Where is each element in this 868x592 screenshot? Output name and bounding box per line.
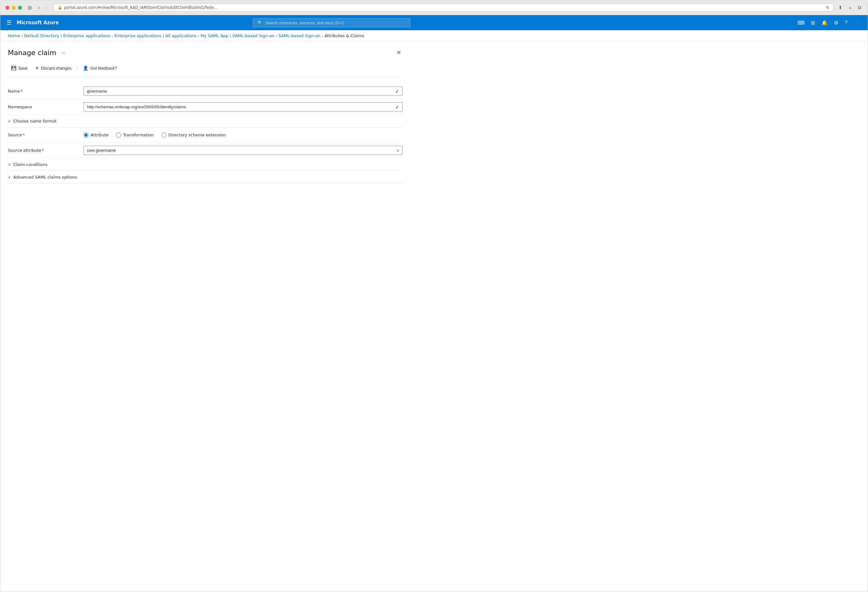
- address-bar[interactable]: 🔒 portal.azure.com/#view/Microsoft_AAD_I…: [53, 3, 834, 12]
- source-radio-group: Attribute Transformation Directory schem…: [84, 133, 403, 138]
- azure-logo: Microsoft Azure: [17, 20, 59, 25]
- toolbar: 💾 Save ✕ Discard changes 👤 Got feedback?: [8, 63, 403, 77]
- source-row: Source * Attribute Transformation: [8, 128, 403, 143]
- browser-navigation: ⊞ ‹ ›: [26, 4, 50, 11]
- settings-button[interactable]: ⚙: [831, 17, 841, 28]
- back-button[interactable]: ‹: [36, 4, 41, 11]
- extensions-button[interactable]: ⧉: [857, 3, 863, 12]
- breadcrumb-saml-app[interactable]: My SAML App | SAML-based Sign-on: [201, 33, 274, 38]
- search-input[interactable]: [265, 21, 406, 25]
- breadcrumb-sep-2: ›: [112, 34, 113, 38]
- advanced-saml-chevron: ∨: [8, 175, 11, 180]
- choose-name-format-label: Choose name format: [13, 119, 57, 124]
- panel-header: Manage claim ··· ✕: [8, 48, 403, 57]
- notifications-button[interactable]: 🔔: [819, 17, 830, 28]
- source-directory-option[interactable]: Directory schema extension: [161, 133, 226, 138]
- more-options-button[interactable]: ···: [59, 49, 68, 57]
- claim-conditions-label: Claim conditions: [13, 162, 47, 167]
- source-attribute-select[interactable]: user.givenname user.surname user.userpri…: [84, 146, 403, 155]
- discard-icon: ✕: [35, 65, 39, 71]
- source-transformation-radio[interactable]: [116, 133, 121, 138]
- source-attribute-radio[interactable]: [84, 133, 89, 138]
- name-label: Name *: [8, 89, 84, 94]
- lock-icon: 🔒: [58, 5, 62, 10]
- page-title: Manage claim: [8, 49, 56, 57]
- namespace-input[interactable]: [84, 102, 403, 112]
- close-panel-button[interactable]: ✕: [395, 48, 403, 57]
- source-directory-radio[interactable]: [161, 133, 167, 138]
- traffic-lights: [5, 6, 22, 10]
- hamburger-menu-button[interactable]: ☰: [5, 18, 13, 27]
- maximize-traffic-light[interactable]: [18, 6, 22, 10]
- choose-name-format-chevron: ∨: [8, 119, 11, 124]
- name-required-indicator: *: [21, 89, 23, 94]
- panel-title-row: Manage claim ···: [8, 49, 68, 57]
- manage-claim-panel: Manage claim ··· ✕ 💾 Save ✕ Discard chan…: [0, 41, 410, 190]
- discard-button[interactable]: ✕ Discard changes: [32, 63, 75, 72]
- minimize-traffic-light[interactable]: [12, 6, 16, 10]
- namespace-input-container: ✓: [84, 102, 403, 112]
- namespace-label: Namespace: [8, 105, 84, 109]
- feedback-label: Got feedback?: [90, 66, 117, 71]
- breadcrumb-saml-sign-on[interactable]: SAML-based Sign-on: [278, 33, 320, 38]
- source-attribute-row: Source attribute * user.givenname user.s…: [8, 143, 403, 158]
- cloud-shell-button[interactable]: ⌨: [795, 17, 807, 28]
- main-content: Manage claim ··· ✕ 💾 Save ✕ Discard chan…: [0, 41, 868, 592]
- claim-conditions-row[interactable]: ∨ Claim conditions: [8, 158, 403, 171]
- feedback-button[interactable]: 👤 Got feedback?: [80, 63, 120, 72]
- source-attribute-field-wrapper: user.givenname user.surname user.userpri…: [84, 146, 403, 155]
- share-button[interactable]: ⬆: [837, 3, 844, 12]
- form-section: Name * ✓ Namespace: [8, 84, 403, 184]
- directory-button[interactable]: ⊞: [809, 17, 818, 28]
- discard-label: Discard changes: [41, 66, 72, 71]
- sidebar-toggle-button[interactable]: ⊞: [26, 4, 34, 11]
- name-field-wrapper: ✓: [84, 87, 403, 96]
- help-button[interactable]: ?: [842, 17, 850, 28]
- namespace-check-icon: ✓: [395, 104, 399, 110]
- source-attribute-option[interactable]: Attribute: [84, 133, 108, 138]
- source-transformation-option[interactable]: Transformation: [116, 133, 154, 138]
- refresh-icon[interactable]: ↻: [826, 5, 829, 10]
- source-attribute-select-wrapper: user.givenname user.surname user.userpri…: [84, 146, 403, 155]
- account-button[interactable]: 👤: [851, 17, 863, 28]
- breadcrumb-sep-4: ›: [276, 34, 278, 38]
- forward-button[interactable]: ›: [44, 4, 49, 11]
- topbar-icons: ⌨ ⊞ 🔔 ⚙ ? 👤: [795, 17, 863, 28]
- source-attribute-label: Source attribute *: [8, 148, 84, 153]
- breadcrumb-current: Attributes & Claims: [324, 33, 364, 38]
- breadcrumb-sep-3: ›: [198, 34, 199, 38]
- namespace-row: Namespace ✓: [8, 99, 403, 115]
- breadcrumb-sep-1: ›: [21, 34, 23, 38]
- name-check-icon: ✓: [395, 88, 399, 94]
- name-input[interactable]: [84, 87, 403, 96]
- browser-titlebar: ⊞ ‹ › 🔒 portal.azure.com/#view/Microsoft…: [0, 0, 868, 15]
- breadcrumb-default-directory[interactable]: Default Directory | Enterprise applicati…: [24, 33, 110, 38]
- url-text: portal.azure.com/#view/Microsoft_AAD_IAM…: [64, 5, 217, 10]
- breadcrumb: Home › Default Directory | Enterprise ap…: [0, 30, 868, 41]
- source-attribute-label: Attribute: [90, 133, 108, 137]
- breadcrumb-home[interactable]: Home: [8, 33, 20, 38]
- source-options: Attribute Transformation Directory schem…: [84, 133, 403, 138]
- toolbar-separator: [77, 65, 77, 71]
- source-label: Source *: [8, 133, 84, 137]
- advanced-saml-row[interactable]: ∨ Advanced SAML claims options: [8, 171, 403, 184]
- new-tab-button[interactable]: +: [847, 4, 853, 12]
- name-input-container: ✓: [84, 87, 403, 96]
- source-required-indicator: *: [23, 133, 25, 137]
- feedback-icon: 👤: [83, 65, 88, 71]
- azure-topbar: ☰ Microsoft Azure 🔍 ⌨ ⊞ 🔔 ⚙ ? 👤: [0, 15, 868, 30]
- choose-name-format-row[interactable]: ∨ Choose name format: [8, 115, 403, 128]
- namespace-field-wrapper: ✓: [84, 102, 403, 112]
- search-icon: 🔍: [257, 21, 263, 25]
- source-directory-label: Directory schema extension: [168, 133, 226, 137]
- source-transformation-label: Transformation: [123, 133, 154, 137]
- save-button[interactable]: 💾 Save: [8, 63, 31, 72]
- claim-conditions-chevron: ∨: [8, 162, 11, 167]
- name-row: Name * ✓: [8, 84, 403, 99]
- save-label: Save: [18, 66, 28, 71]
- advanced-saml-label: Advanced SAML claims options: [13, 175, 77, 180]
- breadcrumb-enterprise-apps[interactable]: Enterprise applications | All applicatio…: [114, 33, 197, 38]
- global-search[interactable]: 🔍: [253, 18, 410, 27]
- close-traffic-light[interactable]: [5, 6, 9, 10]
- breadcrumb-sep-5: ›: [322, 34, 323, 38]
